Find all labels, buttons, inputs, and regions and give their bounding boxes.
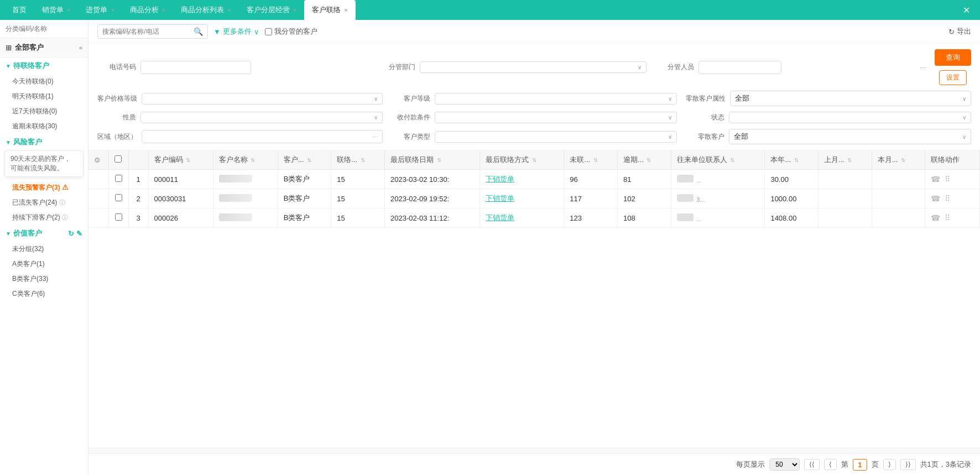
sort-last-date-icon[interactable]: ⇅ — [437, 157, 441, 163]
sidebar-item-churn-warning[interactable]: 流失预警客户(3) ⚠ — [0, 180, 88, 195]
filter-search-input[interactable] — [102, 28, 194, 35]
per-page-label: 每页显示 — [736, 460, 765, 469]
last-page-button[interactable]: ⟩⟩ — [900, 459, 916, 470]
sort-this-year-icon[interactable]: ⇅ — [794, 157, 799, 163]
prev-page-button[interactable]: ⟨ — [824, 459, 837, 470]
td-last-method-1[interactable]: 下销货单 — [480, 189, 564, 208]
close-tab-customer-contact[interactable]: × — [344, 7, 347, 13]
sidebar-item-today[interactable]: 今天待联络(0) — [0, 74, 88, 89]
sidebar-item-churned[interactable]: 已流失客户(24) ⓘ — [0, 195, 88, 210]
sidebar-group-header-risk[interactable]: ▼ 风险客户 — [0, 134, 88, 150]
sort-overdue-icon[interactable]: ⇅ — [647, 157, 651, 163]
tab-sales[interactable]: 销货单 × — [34, 0, 78, 20]
sidebar-item-b-class[interactable]: B类客户(33) — [0, 272, 88, 286]
gender-select[interactable]: ∨ — [140, 112, 383, 123]
status-select[interactable]: ∨ — [729, 112, 971, 123]
th-gear[interactable]: ⚙ — [88, 150, 108, 170]
tab-home[interactable]: 首页 — [4, 0, 34, 20]
sidebar-item-declining[interactable]: 持续下滑客户(2) ⓘ — [0, 210, 88, 225]
sort-last-month-icon[interactable]: ⇅ — [847, 157, 852, 163]
td-checkbox-2[interactable] — [108, 208, 128, 228]
region-select[interactable]: ··· — [142, 130, 383, 143]
payment-select[interactable]: ∨ — [435, 112, 677, 123]
dept-select[interactable]: ∨ — [420, 61, 647, 73]
close-tab-sales[interactable]: × — [67, 7, 70, 13]
sort-unit-contact-icon[interactable]: ⇅ — [730, 157, 734, 163]
phone-input[interactable] — [140, 61, 251, 74]
more-action-icon-0[interactable]: ⠿ — [945, 175, 950, 184]
sidebar-item-ungrouped[interactable]: 未分组(32) — [0, 242, 88, 257]
tab-product-analysis-list[interactable]: 商品分析列表 × — [173, 0, 238, 20]
sort-contact-icon[interactable]: ⇅ — [361, 157, 365, 163]
query-button[interactable]: 查询 — [935, 49, 971, 66]
th-unit-contact: 往来单位联系人 ⇅ — [671, 150, 765, 170]
sidebar-item-a-class[interactable]: A类客户(1) — [0, 257, 88, 272]
filter-field-person: 分管人员 ··· — [655, 61, 926, 74]
td-checkbox-0[interactable] — [108, 170, 128, 189]
last-method-link-2[interactable]: 下销货单 — [486, 213, 514, 222]
td-overdue-2: 108 — [617, 208, 671, 228]
more-action-icon-2[interactable]: ⠿ — [945, 213, 950, 222]
row-checkbox-0[interactable] — [115, 175, 122, 182]
export-button[interactable]: ↻ 导出 — [948, 27, 971, 36]
sort-level-icon[interactable]: ⇅ — [307, 157, 311, 163]
td-checkbox-1[interactable] — [108, 189, 128, 208]
sidebar-all-customers[interactable]: ⊞ 全部客户 « — [0, 38, 88, 58]
contact-action-icon-1[interactable]: ☎ — [931, 194, 940, 203]
contact-action-icon-2[interactable]: ☎ — [931, 213, 940, 222]
td-contact-2: 15 — [331, 208, 385, 228]
select-all-checkbox[interactable] — [114, 155, 122, 163]
close-tab-product-analysis-list[interactable]: × — [227, 7, 231, 13]
td-this-month-2 — [872, 208, 925, 228]
customer-level-select[interactable]: ∨ — [435, 93, 677, 105]
my-customers-checkbox[interactable] — [265, 28, 272, 35]
gear-icon[interactable]: ⚙ — [94, 156, 101, 164]
sidebar-collapse-icon[interactable]: « — [79, 44, 82, 51]
close-all-tabs[interactable]: ✕ — [957, 5, 976, 15]
tab-customer-contact[interactable]: 客户联络 × — [304, 0, 355, 20]
page-size-select[interactable]: 50 100 200 — [769, 458, 800, 471]
credit-attr-select[interactable]: 全部 ∨ — [730, 91, 971, 106]
sidebar-item-7days[interactable]: 近7天待联络(0) — [0, 104, 88, 119]
content-area: 🔍 ▼ 更多条件 ∨ 我分管的客户 ↻ 导出 电话号码 — [88, 20, 980, 475]
sidebar-group-header-pending[interactable]: ▼ 待联络客户 — [0, 58, 88, 74]
tab-product-analysis[interactable]: 商品分析 × — [122, 0, 173, 20]
close-tab-customer-tier[interactable]: × — [293, 7, 296, 13]
sort-code-icon[interactable]: ⇅ — [186, 157, 190, 163]
more-conditions-button[interactable]: ▼ 更多条件 ∨ — [213, 27, 259, 36]
td-actions-1: ☎ ⠿ — [925, 189, 980, 208]
export-icon: ↻ — [948, 28, 955, 36]
settings-button[interactable]: 设置 — [939, 70, 967, 85]
last-method-link-0[interactable]: 下销货单 — [486, 175, 514, 183]
close-tab-product-analysis[interactable]: × — [162, 7, 165, 13]
region-dots-icon[interactable]: ··· — [372, 133, 378, 140]
sort-this-month-icon[interactable]: ⇅ — [901, 157, 905, 163]
customer-type-select[interactable]: ∨ — [435, 131, 677, 143]
person-dots-icon[interactable]: ··· — [920, 63, 926, 71]
close-tab-purchase[interactable]: × — [111, 7, 114, 13]
retail-select[interactable]: 全部 ∨ — [729, 129, 971, 144]
person-input[interactable] — [698, 61, 781, 74]
td-last-method-2[interactable]: 下销货单 — [480, 208, 564, 228]
table-row: 1 000011 B类客户 15 2023-03-02 10:30: 下销货单 … — [88, 170, 980, 189]
more-action-icon-1[interactable]: ⠿ — [945, 194, 950, 203]
first-page-button[interactable]: ⟨⟨ — [804, 459, 820, 470]
tab-purchase[interactable]: 进货单 × — [78, 0, 122, 20]
sort-name-icon[interactable]: ⇅ — [251, 157, 255, 163]
last-method-link-1[interactable]: 下销货单 — [486, 194, 514, 202]
sidebar-item-c-class[interactable]: C类客户(6) — [0, 286, 88, 301]
sidebar-item-tomorrow[interactable]: 明天待联络(1) — [0, 89, 88, 104]
next-page-button[interactable]: ⟩ — [883, 459, 896, 470]
row-checkbox-1[interactable] — [115, 194, 122, 201]
sidebar-search-input[interactable] — [6, 25, 88, 33]
td-last-method-0[interactable]: 下销货单 — [480, 170, 564, 189]
row-checkbox-2[interactable] — [115, 213, 122, 221]
sidebar-item-overdue[interactable]: 逾期未联络(30) — [0, 119, 88, 134]
sort-last-method-icon[interactable]: ⇅ — [532, 157, 536, 163]
sort-uncontact-icon[interactable]: ⇅ — [593, 157, 598, 163]
contact-action-icon-0[interactable]: ☎ — [931, 175, 940, 184]
filter-field-customer-type: 客户类型 ∨ — [392, 131, 677, 143]
sidebar-group-header-value[interactable]: ▼ 价值客户 ↻ ✎ — [0, 225, 88, 242]
price-level-select[interactable]: ∨ — [142, 93, 383, 105]
tab-customer-tier[interactable]: 客户分层经营 × — [239, 0, 304, 20]
